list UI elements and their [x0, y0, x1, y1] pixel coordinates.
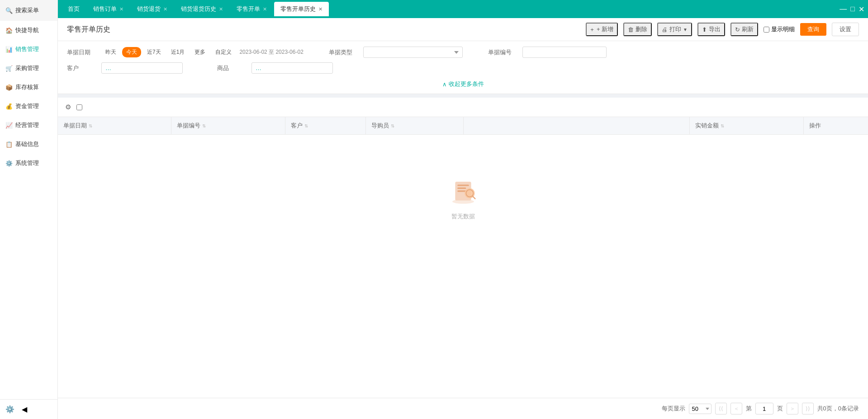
col-order-no[interactable]: 单据编号 ⇅	[171, 117, 285, 135]
page-size-select[interactable]: 10 20 50 100	[689, 404, 711, 414]
page-number-input[interactable]	[755, 403, 773, 414]
select-all-checkbox[interactable]	[76, 104, 82, 110]
col-amount-label: 实销金额	[695, 122, 719, 130]
print-icon: 🖨	[662, 26, 668, 33]
tab-retail-history-close[interactable]: ✕	[318, 6, 323, 12]
prev-page-button[interactable]: ＜	[730, 403, 742, 414]
type-filter-select[interactable]	[363, 47, 463, 58]
date-7days[interactable]: 近7天	[143, 47, 165, 57]
tab-retail-open-label: 零售开单	[237, 5, 260, 13]
customer-filter-input[interactable]: …	[101, 62, 183, 74]
toolbar: + + 新增 🗑 删除 🖨 打印 ▼ ⬆ 导出 ↻ 刷新 显示	[586, 23, 859, 36]
display-detail-toggle[interactable]: 显示明细	[764, 25, 795, 33]
tab-retail-open-close[interactable]: ✕	[263, 6, 267, 12]
order-num-input[interactable]	[522, 47, 607, 58]
date-1month[interactable]: 近1月	[167, 47, 189, 57]
sort-icon-amount: ⇅	[721, 123, 724, 128]
order-num-label: 单据编号	[488, 48, 515, 56]
sales-icon: 📊	[5, 46, 13, 53]
tab-retail-open[interactable]: 零售开单 ✕	[230, 2, 273, 16]
sidebar-item-purchase-mgmt[interactable]: 🛒 采购管理	[0, 59, 57, 78]
settings-icon[interactable]: ⚙️	[5, 405, 14, 414]
tab-sales-order[interactable]: 销售订单 ✕	[87, 2, 130, 16]
tab-sales-order-close[interactable]: ✕	[119, 6, 123, 12]
col-salesperson[interactable]: 导购员 ⇅	[366, 117, 463, 135]
goods-filter-input[interactable]: …	[251, 62, 333, 74]
tab-sales-order-label: 销售订单	[93, 5, 117, 13]
empty-illustration	[445, 171, 481, 207]
operations-icon: 📈	[5, 122, 13, 129]
sort-icon-salesperson: ⇅	[391, 123, 394, 128]
tab-sales-return[interactable]: 销货退货 ✕	[131, 2, 174, 16]
col-actions-label: 操作	[809, 122, 821, 129]
empty-text: 暂无数据	[451, 212, 475, 221]
date-today[interactable]: 今天	[122, 47, 141, 57]
sort-icon-customer: ⇅	[304, 123, 308, 128]
sidebar-item-operations[interactable]: 📈 经营管理	[0, 116, 57, 135]
content-header: 零售开单历史 + + 新增 🗑 删除 🖨 打印 ▼ ⬆ 导出 ↻ 刷新	[58, 18, 868, 41]
export-button[interactable]: ⬆ 导出	[697, 23, 725, 36]
sidebar-item-sales-mgmt[interactable]: 📊 销售管理	[0, 40, 57, 59]
date-range-display: 2023-06-02 至 2023-06-02	[239, 48, 303, 56]
print-button[interactable]: 🖨 打印 ▼	[657, 23, 692, 36]
tab-sales-return-history[interactable]: 销货退货历史 ✕	[175, 2, 229, 16]
sidebar-item-label: 采购管理	[15, 64, 39, 72]
tab-home[interactable]: 首页	[62, 2, 86, 16]
query-button[interactable]: 查询	[800, 23, 826, 36]
date-filter-label: 单据日期	[67, 48, 94, 56]
refresh-button[interactable]: ↻ 刷新	[730, 23, 758, 36]
delete-button[interactable]: 🗑 删除	[623, 23, 652, 36]
col-date-label: 单据日期	[63, 122, 87, 130]
tab-bar: 首页 销售订单 ✕ 销货退货 ✕ 销货退货历史 ✕ 零售开单 ✕ 零售开单历史 …	[58, 0, 868, 18]
sidebar-item-basic-info[interactable]: 📋 基础信息	[0, 135, 57, 154]
sidebar-item-label: 系统管理	[15, 159, 39, 167]
collapse-row: ∧ 收起更多条件	[67, 78, 859, 88]
empty-state: 暂无数据	[58, 135, 868, 239]
sort-icon-order-no: ⇅	[202, 123, 206, 128]
next-page-button[interactable]: ＞	[787, 403, 798, 414]
col-customer[interactable]: 客户 ⇅	[285, 117, 366, 135]
type-filter-label: 单据类型	[329, 48, 356, 56]
date-custom[interactable]: 自定义	[211, 47, 236, 57]
add-button[interactable]: + + 新增	[586, 23, 618, 36]
sidebar-item-inventory[interactable]: 📦 库存核算	[0, 78, 57, 97]
delete-icon: 🗑	[628, 26, 634, 33]
settings-button[interactable]: 设置	[832, 23, 859, 36]
tab-sales-return-history-close[interactable]: ✕	[219, 6, 223, 12]
minimize-button[interactable]: —	[840, 5, 847, 13]
empty-state-row: 暂无数据	[58, 135, 868, 239]
display-detail-checkbox[interactable]	[764, 27, 769, 33]
col-actions: 操作	[803, 117, 868, 135]
sys-icon: ⚙️	[5, 160, 13, 167]
col-customer-label: 客户	[291, 122, 303, 130]
col-order-no-label: 单据编号	[177, 122, 200, 130]
search-icon: 🔍	[5, 7, 13, 14]
table-body: 暂无数据	[58, 135, 868, 239]
col-amount[interactable]: 实销金额 ⇅	[689, 117, 803, 135]
close-button[interactable]: ✕	[859, 5, 864, 14]
date-more[interactable]: 更多	[190, 47, 209, 57]
page-label-suffix: 页	[777, 405, 783, 413]
sidebar-item-label: 经营管理	[15, 121, 39, 129]
tab-retail-history[interactable]: 零售开单历史 ✕	[274, 2, 329, 16]
table-header-row: 单据日期 ⇅ 单据编号 ⇅ 客户 ⇅	[58, 117, 868, 135]
collapse-icon[interactable]: ◀	[22, 405, 27, 414]
date-yesterday[interactable]: 昨天	[101, 47, 120, 57]
main-content: 首页 销售订单 ✕ 销货退货 ✕ 销货退货历史 ✕ 零售开单 ✕ 零售开单历史 …	[58, 0, 868, 419]
empty-state-cell: 暂无数据	[58, 135, 868, 239]
sidebar-item-finance[interactable]: 💰 资金管理	[0, 97, 57, 116]
sidebar-search[interactable]: 🔍 搜索采单	[0, 0, 57, 21]
table-settings-icon[interactable]: ⚙	[63, 101, 73, 113]
total-records: 共0页，0条记录	[817, 405, 859, 413]
last-page-button[interactable]: ⟩⟩	[802, 403, 814, 414]
maximize-button[interactable]: □	[850, 5, 855, 13]
first-page-button[interactable]: ⟨⟨	[715, 403, 727, 414]
tab-sales-return-close[interactable]: ✕	[163, 6, 167, 12]
col-date[interactable]: 单据日期 ⇅	[58, 117, 171, 135]
sidebar-item-quick-nav[interactable]: 🏠 快捷导航	[0, 21, 57, 40]
tab-sales-return-history-label: 销货退货历史	[181, 5, 216, 13]
sidebar: 🔍 搜索采单 🏠 快捷导航 📊 销售管理 🛒 采购管理 📦 库存核算 💰 资金管…	[0, 0, 58, 419]
date-quick-btns: 昨天 今天 近7天 近1月 更多 自定义 2023-06-02 至 2023-0…	[101, 47, 304, 57]
sidebar-item-sys-mgmt[interactable]: ⚙️ 系统管理	[0, 154, 57, 173]
collapse-button[interactable]: ∧ 收起更多条件	[442, 80, 484, 88]
